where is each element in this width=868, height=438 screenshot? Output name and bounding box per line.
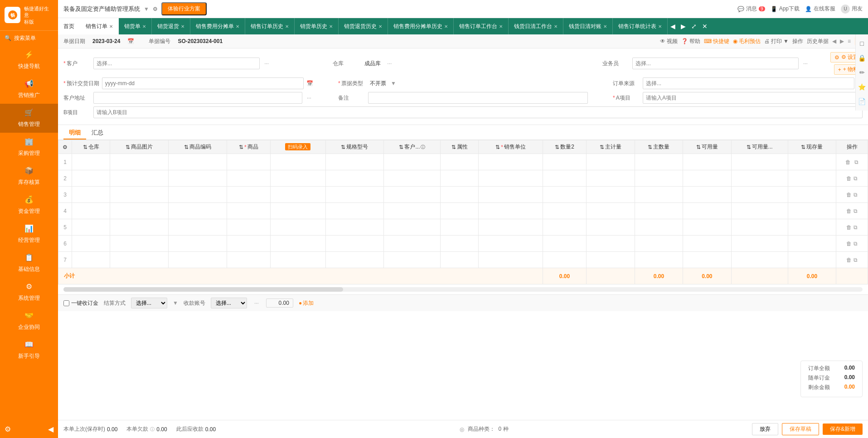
row1-qty2[interactable] [543,154,587,170]
row1-attribute[interactable] [441,154,479,170]
row6-main-qty[interactable] [635,236,683,252]
save-draft-btn[interactable]: 保存草稿 [782,423,819,435]
row4-image[interactable] [110,203,169,219]
row4-copy-icon[interactable]: ⧉ [853,208,858,214]
row4-main-unit[interactable] [587,203,635,219]
history-btn[interactable]: 历史单据 [807,38,829,45]
row6-warehouse[interactable] [72,236,110,252]
row7-unit[interactable] [479,252,543,268]
row1-available[interactable] [683,154,731,170]
tab-detail[interactable]: 明细 [63,127,86,140]
row4-spec[interactable] [325,203,384,219]
row4-scan[interactable] [271,203,325,219]
row5-qty2[interactable] [543,219,587,236]
th-attribute[interactable]: ⇅属性 [441,140,479,154]
row1-customer-code[interactable] [384,154,441,170]
row6-available[interactable] [683,236,731,252]
row1-main-qty[interactable] [635,154,683,170]
row2-goods[interactable] [227,170,270,187]
row3-delete-icon[interactable]: 🗑 [846,192,852,198]
row5-spec[interactable] [325,219,384,236]
row7-warehouse[interactable] [72,252,110,268]
message-btn[interactable]: 💬 消息 9 [737,5,765,13]
row2-attribute[interactable] [441,170,479,187]
online-service-btn[interactable]: 👤 在线客服 [805,5,835,13]
sidebar-item-sales[interactable]: 🛒 销售管理 [0,104,58,133]
row5-available[interactable] [683,219,731,236]
tab-sales-stats[interactable]: 销售订单统计表 ✕ [613,18,668,34]
row3-available2[interactable] [731,187,788,203]
row5-available2[interactable] [731,219,788,236]
th-available[interactable]: ⇅可用量 [683,140,731,154]
salesperson-input[interactable] [632,58,799,69]
row4-code[interactable] [168,203,227,219]
row3-attribute[interactable] [441,187,479,203]
add-btn[interactable]: ● 添加 [299,299,314,307]
salesperson-more-btn[interactable]: ··· [801,60,810,67]
row2-stock[interactable] [788,170,836,187]
tab-daily-workbench[interactable]: 钱货日清工作台 ✕ [509,18,563,34]
th-stock[interactable]: ⇅现存量 [788,140,836,154]
customer-more-btn[interactable]: ··· [262,60,271,67]
address-input[interactable] [93,92,302,104]
row1-unit[interactable] [479,154,543,170]
th-customer-code[interactable]: ⇅客户...ⓘ [384,140,441,154]
row6-available2[interactable] [731,236,788,252]
row7-scan[interactable] [271,252,325,268]
tab-daily-reconcile[interactable]: 钱货日清对账 ✕ [563,18,613,34]
row1-code[interactable] [168,154,227,170]
tab-return-history[interactable]: 销货退货历史 ✕ [339,18,388,34]
row5-main-qty[interactable] [635,219,683,236]
tab-close-sales-order[interactable]: ✕ [109,24,113,29]
th-unit[interactable]: ⇅*销售单位 [479,140,543,154]
row6-delete-icon[interactable]: 🗑 [846,241,852,247]
row5-image[interactable] [110,219,169,236]
row3-available[interactable] [683,187,731,203]
row4-attribute[interactable] [441,203,479,219]
customer-input[interactable] [93,58,260,69]
row4-unit[interactable] [479,203,543,219]
row7-available[interactable] [683,252,731,268]
th-main-unit[interactable]: ⇅主计量 [587,140,635,154]
row6-code[interactable] [168,236,227,252]
tab-cost-history[interactable]: 销售费用分摊单历史 ✕ [388,18,454,34]
tab-order-workbench[interactable]: 销售订单工作台 ✕ [454,18,509,34]
row3-goods[interactable] [227,187,270,203]
tab-next-btn[interactable]: ▶ [678,23,689,30]
sidebar-item-inventory[interactable]: 📦 库存核算 [0,162,58,191]
row1-warehouse[interactable] [72,154,110,170]
yijian-checkbox-label[interactable]: 一键收订金 [63,299,98,307]
row6-scan[interactable] [271,236,325,252]
invoice-dropdown-icon[interactable]: ▼ [391,80,396,87]
row6-main-unit[interactable] [587,236,635,252]
row1-goods[interactable] [227,154,270,170]
scroll-thumb[interactable] [63,287,343,292]
th-available2[interactable]: ⇅可用量... [731,140,788,154]
help-btn[interactable]: ❓ 帮助 [681,38,700,45]
row3-stock[interactable] [788,187,836,203]
row3-spec[interactable] [325,187,384,203]
row2-qty2[interactable] [543,170,587,187]
discard-btn[interactable]: 放弃 [752,423,778,435]
row3-image[interactable] [110,187,169,203]
toolbar-prev-icon[interactable]: ◀ [832,38,836,44]
tab-close-all-btn[interactable]: ✕ [699,23,710,30]
th-spec[interactable]: ⇅规格型号 [325,140,384,154]
row3-warehouse[interactable] [72,187,110,203]
row5-copy-icon[interactable]: ⧉ [853,224,858,231]
row7-delete-icon[interactable]: 🗑 [846,257,852,263]
row4-warehouse[interactable] [72,203,110,219]
row7-spec[interactable] [325,252,384,268]
sidebar-item-cooperation[interactable]: 🤝 企业协同 [0,307,58,336]
row1-copy-icon[interactable]: ⧉ [854,159,858,165]
row4-customer-code[interactable] [384,203,441,219]
row5-main-unit[interactable] [587,219,635,236]
row7-copy-icon[interactable]: ⧉ [853,257,858,263]
toolbar-next-icon[interactable]: ▶ [840,38,844,44]
row2-main-qty[interactable] [635,170,683,187]
row2-image[interactable] [110,170,169,187]
industry-btn[interactable]: 体验行业方案 [161,2,207,15]
row1-scan[interactable] [271,154,325,170]
row4-goods[interactable] [227,203,270,219]
sidebar-item-marketing[interactable]: 📢 营销推广 [0,75,58,104]
